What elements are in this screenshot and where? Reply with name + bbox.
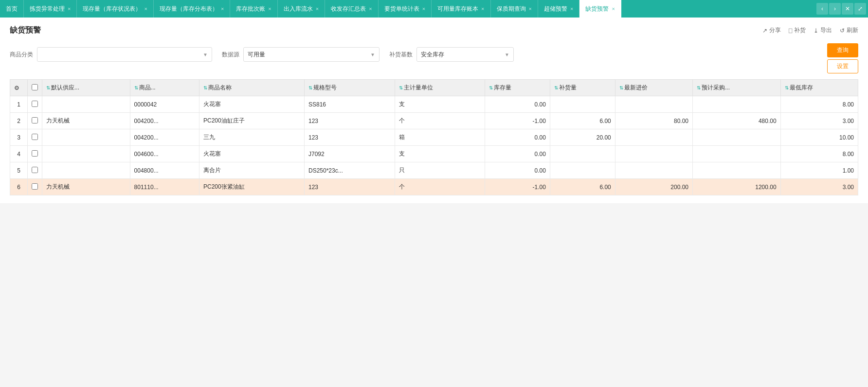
replenish-action[interactable]: ⎕ 补货	[789, 26, 806, 35]
close-tab-expiry[interactable]: ×	[529, 6, 532, 12]
row-stock: 0.00	[485, 162, 550, 179]
col-gear[interactable]: ⚙	[10, 80, 28, 96]
replenish-filter-group: 补货基数 安全库存 ▼	[389, 47, 514, 62]
select-all-checkbox[interactable]	[32, 84, 38, 90]
share-action[interactable]: ↗ 分享	[762, 26, 781, 35]
tab-close-all[interactable]: ✕	[842, 3, 853, 15]
row-est-purchase	[693, 162, 781, 179]
page-header: 缺货预警 ↗ 分享 ⎕ 补货 ⤓ 导出 ↺ 刷新	[10, 25, 858, 35]
row-supplier	[42, 162, 130, 179]
tab-maximize[interactable]: ⤢	[854, 3, 866, 15]
row-num: 1	[10, 96, 28, 113]
tab-current-stock[interactable]: 现存量（库存状况表） ×	[77, 0, 153, 18]
close-tab-shortage[interactable]: ×	[612, 6, 615, 12]
replenish-icon: ⎕	[789, 27, 792, 34]
main-content: 缺货预警 ↗ 分享 ⎕ 补货 ⤓ 导出 ↺ 刷新	[0, 18, 868, 203]
col-spec[interactable]: ⇅规格型号	[305, 80, 395, 96]
datasource-select[interactable]: 可用量 ▼	[243, 47, 380, 62]
row-unit: 只	[395, 162, 485, 179]
tab-demand-stats[interactable]: 要货单统计表 ×	[379, 0, 432, 18]
tab-shortage[interactable]: 缺货预警 ×	[579, 0, 621, 18]
row-checkbox-cell[interactable]	[28, 96, 42, 113]
row-checkbox-cell[interactable]	[28, 162, 42, 179]
row-supplier: 力天机械	[42, 179, 130, 195]
tab-available-ledger[interactable]: 可用量库存账本 ×	[432, 0, 490, 18]
filter-bar: 商品分类 ▼ 数据源 可用量 ▼ 补货基数	[10, 43, 821, 66]
tab-batch[interactable]: 库存批次账 ×	[230, 0, 277, 18]
close-tab-receipt-summary[interactable]: ×	[369, 6, 372, 12]
col-stock[interactable]: ⇅库存量	[485, 80, 550, 96]
close-tab-batch[interactable]: ×	[268, 6, 271, 12]
export-action[interactable]: ⤓ 导出	[814, 26, 832, 35]
tab-receipt-summary[interactable]: 收发存汇总表 ×	[325, 0, 378, 18]
row-est-purchase	[693, 146, 781, 162]
refresh-action[interactable]: ↺ 刷新	[840, 26, 858, 35]
category-arrow-icon: ▼	[203, 52, 208, 57]
row-unit: 个	[395, 179, 485, 195]
close-tab-overstock[interactable]: ×	[570, 6, 573, 12]
row-checkbox[interactable]	[32, 117, 38, 123]
row-checkbox[interactable]	[32, 167, 38, 173]
table-header-row: ⚙ ⇅默认供应... ⇅商品... ⇅商品名称 ⇅规格型号 ⇅主计量单位 ⇅库存…	[10, 80, 858, 96]
row-checkbox-cell[interactable]	[28, 146, 42, 162]
tab-inout-flow[interactable]: 出入库流水 ×	[278, 0, 325, 18]
row-name: PC200张紧油缸	[199, 179, 304, 195]
col-min-stock[interactable]: ⇅最低库存	[780, 80, 858, 96]
close-tab-stock-dist[interactable]: ×	[221, 6, 224, 12]
tab-stock-dist[interactable]: 现存量（库存分布表） ×	[154, 0, 230, 18]
row-code: 004800...	[130, 162, 199, 179]
settings-button[interactable]: 设置	[827, 59, 858, 73]
row-code: 004600...	[130, 146, 199, 162]
row-checkbox[interactable]	[32, 101, 38, 107]
replenish-arrow-icon: ▼	[505, 52, 509, 57]
col-checkbox	[28, 80, 42, 96]
row-checkbox[interactable]	[32, 134, 38, 140]
col-code[interactable]: ⇅商品...	[130, 80, 199, 96]
page-title: 缺货预警	[10, 25, 41, 35]
col-est-purchase[interactable]: ⇅预计采购...	[693, 80, 781, 96]
tab-picking[interactable]: 拣货异常处理 ×	[24, 0, 77, 18]
category-select[interactable]: ▼	[37, 47, 212, 62]
col-unit[interactable]: ⇅主计量单位	[395, 80, 485, 96]
tab-nav-prev[interactable]: ‹	[816, 3, 828, 15]
close-tab-available-ledger[interactable]: ×	[481, 6, 484, 12]
tab-bar: 首页 拣货异常处理 × 现存量（库存状况表） × 现存量（库存分布表） × 库存…	[0, 0, 868, 18]
row-latest-price: 80.00	[615, 113, 692, 129]
close-tab-inout-flow[interactable]: ×	[316, 6, 319, 12]
row-name: PC200油缸庄子	[199, 113, 304, 129]
col-latest-price[interactable]: ⇅最新进价	[615, 80, 692, 96]
close-tab-current-stock[interactable]: ×	[144, 6, 147, 12]
col-name[interactable]: ⇅商品名称	[199, 80, 304, 96]
tab-expiry[interactable]: 保质期查询 ×	[491, 0, 538, 18]
tab-overstock[interactable]: 超储预警 ×	[538, 0, 579, 18]
row-code: 004200...	[130, 113, 199, 129]
row-est-purchase	[693, 96, 781, 113]
row-replenish	[550, 96, 615, 113]
tab-home[interactable]: 首页	[0, 0, 24, 18]
row-checkbox-cell[interactable]	[28, 179, 42, 195]
row-min-stock: 10.00	[780, 129, 858, 146]
table-row: 4 004600... 火花塞 J7092 支 0.00 8.00	[10, 146, 858, 162]
row-checkbox-cell[interactable]	[28, 129, 42, 146]
datasource-filter-group: 数据源 可用量 ▼	[222, 47, 380, 62]
row-unit: 支	[395, 146, 485, 162]
replenish-value: 安全库存	[421, 51, 444, 59]
row-checkbox[interactable]	[32, 183, 38, 190]
table-row: 1 0000042 火花塞 SS816 支 0.00 8.00	[10, 96, 858, 113]
row-checkbox-cell[interactable]	[28, 113, 42, 129]
row-checkbox[interactable]	[32, 150, 38, 157]
close-tab-picking[interactable]: ×	[68, 6, 71, 12]
table-row: 2 力天机械 004200... PC200油缸庄子 123 个 -1.00 6…	[10, 113, 858, 129]
query-button[interactable]: 查询	[827, 43, 858, 57]
col-replenish[interactable]: ⇅补货量	[550, 80, 615, 96]
share-icon: ↗	[762, 27, 767, 34]
tab-nav-next[interactable]: ›	[829, 3, 841, 15]
col-supplier[interactable]: ⇅默认供应...	[42, 80, 130, 96]
replenish-select[interactable]: 安全库存 ▼	[416, 47, 514, 62]
close-tab-demand-stats[interactable]: ×	[422, 6, 425, 12]
row-min-stock: 8.00	[780, 96, 858, 113]
row-replenish: 6.00	[550, 179, 615, 195]
row-name: 火花塞	[199, 146, 304, 162]
action-buttons: 查询 设置	[827, 43, 858, 73]
row-latest-price	[615, 162, 692, 179]
